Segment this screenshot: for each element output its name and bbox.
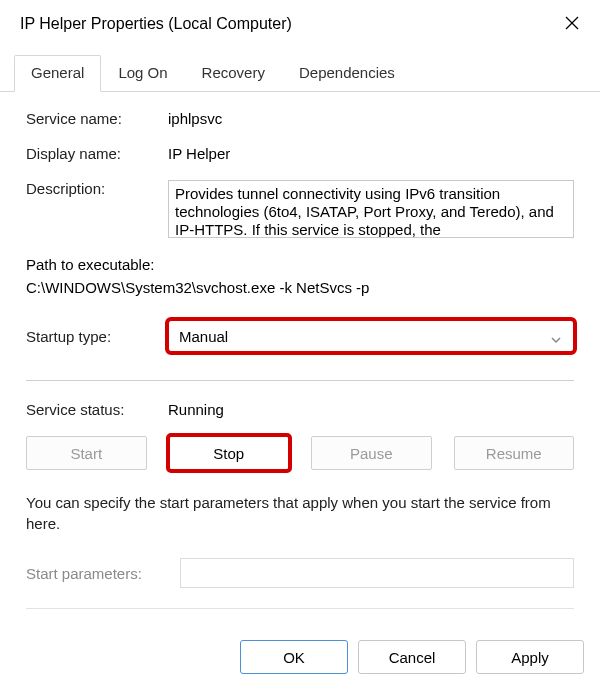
value-service-status: Running bbox=[168, 401, 574, 418]
close-icon bbox=[565, 16, 579, 33]
description-box[interactable] bbox=[168, 180, 574, 238]
separator bbox=[26, 380, 574, 381]
tab-dependencies[interactable]: Dependencies bbox=[282, 55, 412, 92]
label-path: Path to executable: bbox=[26, 256, 574, 273]
tab-strip: General Log On Recovery Dependencies bbox=[0, 48, 600, 92]
label-description: Description: bbox=[26, 180, 168, 197]
startup-type-value: Manual bbox=[179, 328, 228, 345]
label-display-name: Display name: bbox=[26, 145, 168, 162]
ok-button[interactable]: OK bbox=[240, 640, 348, 674]
start-button: Start bbox=[26, 436, 147, 470]
tab-log-on[interactable]: Log On bbox=[101, 55, 184, 92]
hint-text: You can specify the start parameters tha… bbox=[26, 492, 574, 534]
pause-button: Pause bbox=[311, 436, 432, 470]
stop-button[interactable]: Stop bbox=[169, 436, 290, 470]
label-start-parameters: Start parameters: bbox=[26, 565, 168, 582]
cancel-button[interactable]: Cancel bbox=[358, 640, 466, 674]
label-service-status: Service status: bbox=[26, 401, 168, 418]
resume-button: Resume bbox=[454, 436, 575, 470]
value-display-name: IP Helper bbox=[168, 145, 574, 162]
tab-general[interactable]: General bbox=[14, 55, 101, 92]
close-button[interactable] bbox=[548, 0, 596, 48]
apply-button[interactable]: Apply bbox=[476, 640, 584, 674]
label-service-name: Service name: bbox=[26, 110, 168, 127]
chevron-down-icon bbox=[551, 331, 561, 341]
label-startup-type: Startup type: bbox=[26, 328, 168, 345]
separator-2 bbox=[26, 608, 574, 609]
startup-type-select[interactable]: Manual bbox=[168, 320, 574, 352]
window-title: IP Helper Properties (Local Computer) bbox=[20, 15, 292, 33]
value-service-name: iphlpsvc bbox=[168, 110, 574, 127]
tab-recovery[interactable]: Recovery bbox=[185, 55, 282, 92]
value-path: C:\WINDOWS\System32\svchost.exe -k NetSv… bbox=[26, 279, 574, 296]
start-parameters-input bbox=[180, 558, 574, 588]
